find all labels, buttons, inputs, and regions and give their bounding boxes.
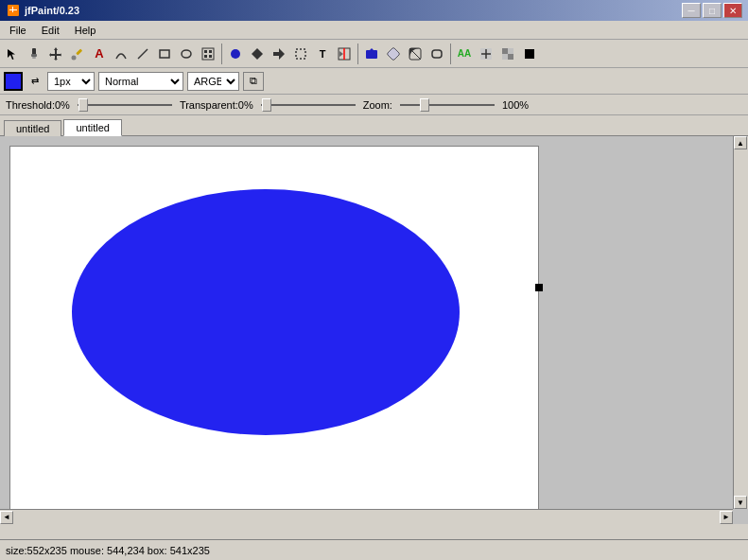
tool-invert[interactable] <box>405 44 426 64</box>
blend-mode-select[interactable]: NormalMultiplyScreenOverlay <box>98 72 183 91</box>
svg-rect-4 <box>32 48 36 55</box>
svg-rect-34 <box>502 48 508 54</box>
threshold-slider-container <box>78 100 172 110</box>
svg-rect-35 <box>508 54 513 60</box>
app-icon <box>6 3 21 18</box>
transparent-label: Transparent:0% <box>180 99 253 111</box>
tool-move[interactable] <box>45 44 66 64</box>
svg-point-12 <box>182 50 191 58</box>
swap-colors-button[interactable]: ⇄ <box>26 73 43 90</box>
tool-cursor[interactable] <box>2 44 23 64</box>
status-text: size:552x235 mouse: 544,234 box: 541x235 <box>6 545 210 556</box>
tool-curve[interactable] <box>111 44 131 64</box>
drawing-canvas <box>10 147 538 523</box>
svg-marker-19 <box>252 48 263 60</box>
tool-crop[interactable] <box>290 44 311 64</box>
tool-color-fill[interactable] <box>361 44 382 64</box>
svg-rect-11 <box>160 50 169 58</box>
tool-brush[interactable] <box>67 44 88 64</box>
app-title: jfPaint/0.23 <box>25 5 79 16</box>
primary-color-swatch[interactable] <box>4 72 23 91</box>
brush-size-select[interactable]: 1px2px3px4px 5px6px8px10px <box>47 72 95 91</box>
toolbar-separator-3 <box>450 44 451 64</box>
tab-untitled-2[interactable]: untitled <box>63 119 121 136</box>
bottom-scrollbar[interactable]: ◄ ► <box>0 509 733 524</box>
tab-untitled-1[interactable]: untitled <box>4 120 61 136</box>
threshold-label: Threshold:0% <box>6 99 70 111</box>
copy-button[interactable]: ⧉ <box>243 72 264 91</box>
zoom-slider[interactable] <box>400 100 495 110</box>
status-bar: size:552x235 mouse: 544,234 box: 541x235 <box>0 539 748 560</box>
svg-rect-5 <box>31 54 37 57</box>
svg-point-18 <box>231 49 240 59</box>
options-bar: ⇄ 1px2px3px4px 5px6px8px10px NormalMulti… <box>0 68 748 95</box>
resize-handle-right[interactable] <box>535 284 543 291</box>
svg-rect-16 <box>204 55 207 58</box>
scroll-right-button[interactable]: ► <box>720 511 733 524</box>
tool-black-sq[interactable] <box>519 44 540 64</box>
menu-help[interactable]: Help <box>67 23 104 38</box>
tool-noise[interactable] <box>476 44 496 64</box>
title-bar: jfPaint/0.23 ─ □ ✕ <box>0 0 748 21</box>
menu-bar: File Edit Help <box>0 21 748 40</box>
title-bar-controls: ─ □ ✕ <box>682 3 742 18</box>
svg-rect-14 <box>204 50 207 53</box>
svg-rect-13 <box>202 48 214 60</box>
tabs-bar: untitled untitled <box>0 115 748 136</box>
tool-text3[interactable]: AA <box>454 44 475 64</box>
toolbar: A T <box>0 40 748 68</box>
svg-marker-27 <box>388 48 399 60</box>
zoom-label: Zoom: <box>363 99 392 111</box>
tool-line[interactable] <box>132 44 153 64</box>
maximize-button[interactable]: □ <box>703 3 722 18</box>
scroll-up-button[interactable]: ▲ <box>734 136 747 149</box>
svg-rect-6 <box>32 57 36 59</box>
toolbar-separator-1 <box>221 44 222 64</box>
svg-line-10 <box>138 49 148 59</box>
tool-fill-ellipse[interactable] <box>247 44 268 64</box>
right-scrollbar[interactable]: ▲ ▼ <box>733 136 748 509</box>
tool-text2[interactable]: T <box>312 44 333 64</box>
zoom-value: 100% <box>502 99 529 111</box>
title-bar-left: jfPaint/0.23 <box>6 3 79 18</box>
svg-rect-29 <box>432 50 442 58</box>
tool-paint[interactable] <box>24 44 44 64</box>
svg-marker-25 <box>369 48 374 51</box>
svg-marker-20 <box>273 48 285 60</box>
scroll-down-button[interactable]: ▼ <box>734 496 747 509</box>
settings-bar: Threshold:0% Transparent:0% Zoom: 100% <box>0 95 748 115</box>
canvas-area[interactable]: ▲ ▼ ◄ ► <box>0 136 748 524</box>
tool-eyedrop[interactable] <box>383 44 404 64</box>
threshold-slider[interactable] <box>78 100 172 110</box>
tool-rounded-rect[interactable] <box>426 44 447 64</box>
scroll-left-button[interactable]: ◄ <box>0 511 13 524</box>
svg-rect-24 <box>366 50 377 59</box>
svg-marker-7 <box>49 47 61 61</box>
svg-rect-8 <box>76 48 82 55</box>
canvas-wrapper <box>9 146 539 524</box>
svg-rect-15 <box>209 50 212 53</box>
tool-arrow-right[interactable] <box>269 44 289 64</box>
menu-file[interactable]: File <box>2 23 34 38</box>
channel-select[interactable]: ARGBRGBAlpha <box>187 72 239 91</box>
transparent-slider[interactable] <box>261 100 356 110</box>
svg-rect-21 <box>296 49 305 59</box>
zoom-slider-container <box>400 100 495 110</box>
tool-text[interactable]: A <box>89 44 110 64</box>
tool-rect[interactable] <box>154 44 175 64</box>
svg-rect-36 <box>525 49 534 59</box>
svg-point-9 <box>72 55 77 60</box>
svg-point-37 <box>72 189 460 435</box>
tool-stamp[interactable] <box>198 44 218 64</box>
tool-flip[interactable] <box>334 44 355 64</box>
menu-edit[interactable]: Edit <box>34 23 67 38</box>
toolbar-separator-2 <box>357 44 358 64</box>
tool-ellipse[interactable] <box>176 44 197 64</box>
svg-marker-3 <box>8 49 15 60</box>
close-button[interactable]: ✕ <box>723 3 742 18</box>
tool-fill-rect[interactable] <box>225 44 246 64</box>
tool-pattern[interactable] <box>497 44 518 64</box>
svg-rect-17 <box>209 55 212 58</box>
minimize-button[interactable]: ─ <box>682 3 701 18</box>
svg-rect-2 <box>12 7 13 12</box>
